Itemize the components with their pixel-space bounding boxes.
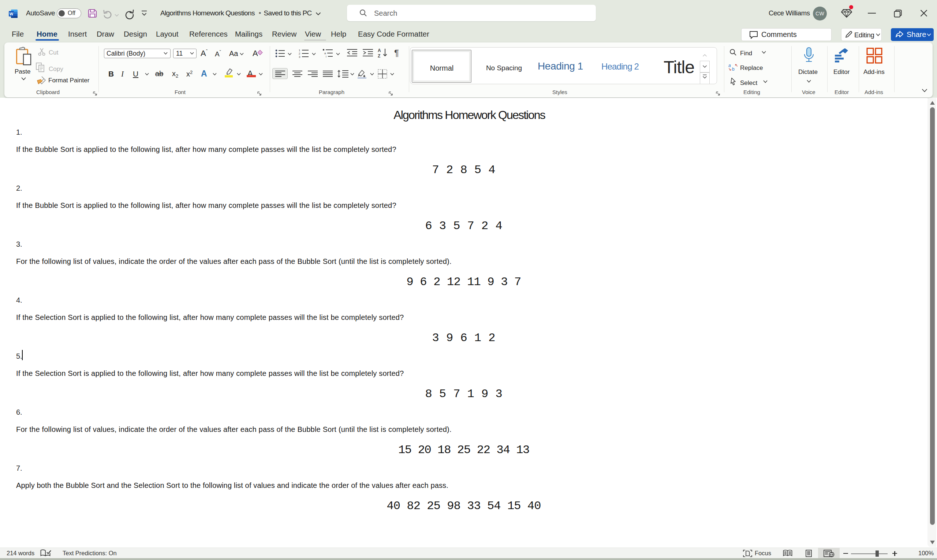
svg-text:A: A bbox=[378, 48, 381, 53]
svg-text:i: i bbox=[326, 55, 326, 58]
svg-text:a: a bbox=[324, 52, 326, 55]
svg-text:W: W bbox=[9, 12, 14, 16]
svg-text:1: 1 bbox=[298, 49, 300, 52]
svg-text:Z: Z bbox=[378, 54, 380, 58]
svg-text:2: 2 bbox=[298, 52, 300, 55]
svg-text:a: a bbox=[728, 63, 731, 68]
svg-text:b: b bbox=[732, 67, 735, 72]
svg-text:3: 3 bbox=[298, 55, 300, 58]
